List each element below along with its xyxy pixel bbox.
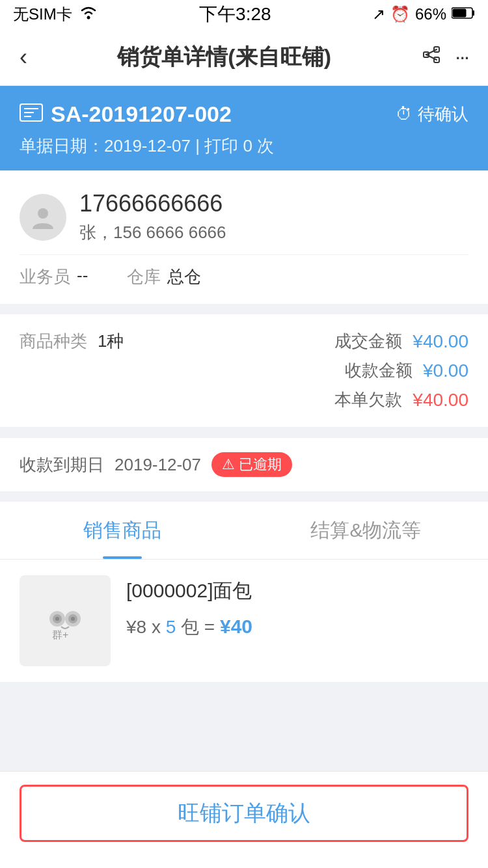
- summary-section: 商品种类 1种 成交金额 ¥40.00 收款金额 ¥0.00 本单欠款 ¥40.…: [0, 314, 488, 427]
- nav-bar: ‹ 销货单详情(来自旺铺) ···: [0, 29, 488, 86]
- salesperson-value: --: [77, 265, 88, 288]
- deal-amount-value: ¥40.00: [413, 331, 468, 352]
- multiply-sign: x: [152, 617, 166, 637]
- product-item: 群+ [0000002]面包 ¥8 x 5 包 = ¥40: [20, 575, 468, 666]
- nav-right: ···: [421, 44, 468, 70]
- due-amount-value: ¥40.00: [413, 390, 468, 411]
- order-icon: [20, 102, 43, 127]
- carrier-text: 无SIM卡: [13, 4, 72, 25]
- product-price: ¥8 x 5 包 = ¥40: [126, 615, 468, 640]
- tab-settlement[interactable]: 结算&物流等: [244, 502, 488, 559]
- product-thumbnail: 群+: [20, 575, 111, 666]
- battery-text: 66%: [415, 5, 446, 23]
- due-date-section: 收款到期日 2019-12-07 ⚠ 已逾期: [0, 437, 488, 491]
- due-date-label: 收款到期日: [20, 454, 104, 476]
- svg-rect-3: [453, 9, 467, 18]
- product-name: [0000002]面包: [126, 578, 468, 604]
- status-bar-left: 无SIM卡: [13, 4, 98, 25]
- summary-right: 成交金额 ¥40.00 收款金额 ¥0.00 本单欠款 ¥40.00: [334, 330, 468, 411]
- unit: 包: [181, 617, 199, 637]
- equals-sign: =: [204, 617, 220, 637]
- status-badge: ⏱ 待确认: [396, 103, 468, 126]
- nav-left: ‹: [20, 44, 27, 71]
- salesperson-label: 业务员: [20, 265, 70, 288]
- customer-top: 17666666666 张，156 6666 6666: [20, 190, 468, 244]
- salesperson-info: 业务员 --: [20, 265, 88, 288]
- header-card-top: SA-20191207-002 ⏱ 待确认: [20, 102, 468, 127]
- header-card: SA-20191207-002 ⏱ 待确认 单据日期：2019-12-07 | …: [0, 86, 488, 170]
- clock-icon: ⏱: [396, 104, 413, 124]
- tabs-section: 销售商品 结算&物流等 群+ [000: [0, 502, 488, 682]
- total-price: ¥40: [220, 616, 252, 637]
- warehouse-info: 仓库 总仓: [127, 265, 201, 288]
- customer-phone: 17666666666: [79, 190, 226, 217]
- status-bar-time: 下午3:28: [199, 2, 271, 27]
- svg-point-11: [38, 208, 48, 219]
- svg-text:群+: 群+: [52, 629, 68, 640]
- quantity: 5: [166, 617, 176, 637]
- wifi-icon: [79, 5, 98, 23]
- order-date: 单据日期：2019-12-07 | 打印 0 次: [20, 135, 468, 157]
- status-bar: 无SIM卡 下午3:28 ↗ ⏰ 66%: [0, 0, 488, 29]
- customer-meta: 业务员 -- 仓库 总仓: [20, 254, 468, 288]
- product-info: [0000002]面包 ¥8 x 5 包 = ¥40: [126, 575, 468, 640]
- more-icon[interactable]: ···: [455, 45, 468, 69]
- battery-icon: [452, 5, 475, 23]
- due-date-value: 2019-12-07: [115, 455, 201, 475]
- warehouse-label: 仓库: [127, 265, 161, 288]
- collected-amount-row: 收款金额 ¥0.00: [345, 359, 468, 382]
- deal-amount-row: 成交金额 ¥40.00: [334, 330, 468, 353]
- product-section: 群+ [0000002]面包 ¥8 x 5 包 = ¥40: [0, 560, 488, 682]
- share-icon[interactable]: [421, 44, 442, 70]
- svg-point-17: [71, 617, 75, 621]
- bottom-bar: 旺铺订单确认: [0, 771, 488, 868]
- svg-rect-2: [472, 10, 474, 16]
- location-icon: ↗: [372, 5, 385, 23]
- tabs: 销售商品 结算&物流等: [0, 502, 488, 560]
- due-amount-label: 本单欠款: [334, 388, 402, 411]
- due-amount-row: 本单欠款 ¥40.00: [334, 388, 468, 411]
- deal-amount-label: 成交金额: [334, 330, 402, 353]
- order-id: SA-20191207-002: [20, 102, 232, 127]
- summary-left: 商品种类 1种: [20, 330, 124, 353]
- product-type-row: 商品种类 1种: [20, 330, 124, 353]
- customer-info: 17666666666 张，156 6666 6666: [79, 190, 226, 244]
- product-type-value: 1种: [98, 330, 124, 353]
- back-button[interactable]: ‹: [20, 44, 27, 71]
- overdue-badge: ⚠ 已逾期: [211, 452, 292, 477]
- product-type-label: 商品种类: [20, 330, 87, 353]
- svg-point-16: [55, 617, 59, 621]
- tab-products[interactable]: 销售商品: [0, 502, 244, 559]
- page-title: 销货单详情(来自旺铺): [117, 42, 331, 72]
- status-bar-right: ↗ ⏰ 66%: [372, 5, 475, 23]
- warning-icon: ⚠: [222, 456, 235, 473]
- collected-amount-value: ¥0.00: [423, 360, 468, 381]
- customer-name: 张，156 6666 6666: [79, 221, 226, 244]
- collected-amount-label: 收款金额: [345, 359, 413, 382]
- warehouse-value: 总仓: [167, 265, 201, 288]
- avatar: [20, 194, 66, 241]
- overdue-text: 已逾期: [239, 455, 282, 474]
- unit-price: ¥8: [126, 617, 146, 637]
- alarm-icon: ⏰: [390, 5, 410, 23]
- customer-section: 17666666666 张，156 6666 6666 业务员 -- 仓库 总仓: [0, 170, 488, 304]
- svg-point-0: [87, 16, 90, 20]
- confirm-order-button[interactable]: 旺铺订单确认: [20, 785, 468, 842]
